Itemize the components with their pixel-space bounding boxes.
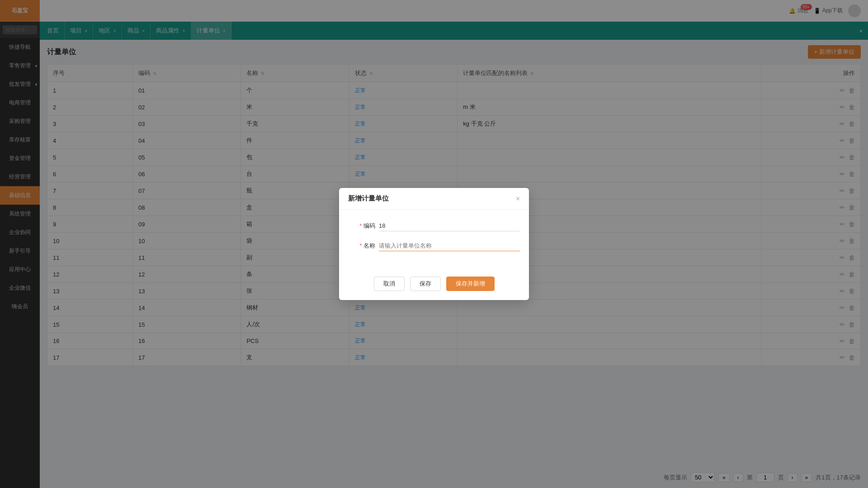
name-input[interactable] (379, 240, 520, 251)
modal-overlay: 新增计量单位 × 编码 名称 取消 保存 保存并新增 (0, 0, 868, 488)
modal-title: 新增计量单位 (348, 194, 389, 203)
code-label: 编码 (348, 222, 375, 230)
name-label: 名称 (348, 242, 375, 250)
save-new-button[interactable]: 保存并新增 (446, 277, 495, 291)
code-form-row: 编码 (348, 221, 520, 231)
name-form-row: 名称 (348, 240, 520, 251)
modal-header: 新增计量单位 × (339, 188, 529, 210)
save-button[interactable]: 保存 (410, 277, 441, 291)
modal-footer: 取消 保存 保存并新增 (339, 271, 529, 300)
modal-close-button[interactable]: × (516, 195, 520, 203)
cancel-button[interactable]: 取消 (374, 277, 405, 291)
modal-body: 编码 名称 (339, 210, 529, 271)
code-input[interactable] (379, 221, 520, 231)
add-unit-modal: 新增计量单位 × 编码 名称 取消 保存 保存并新增 (339, 188, 529, 300)
